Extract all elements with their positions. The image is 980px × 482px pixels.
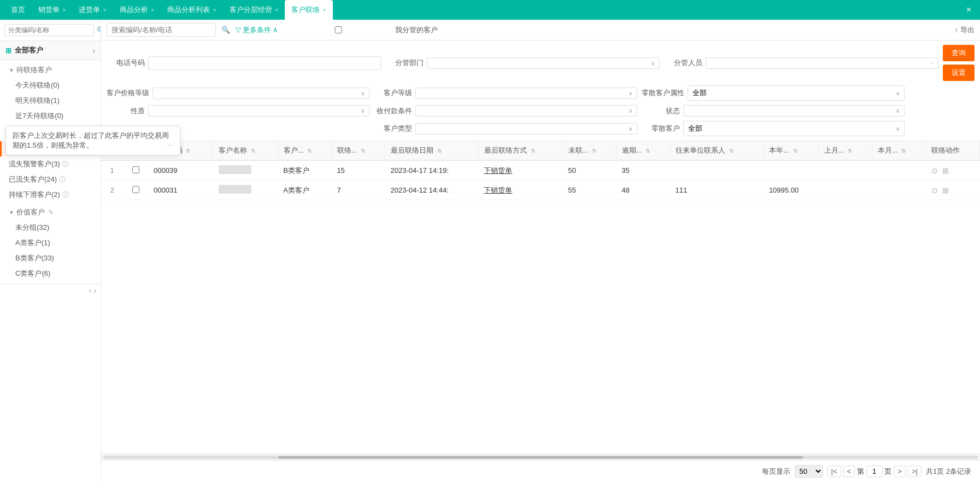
horizontal-scrollbar[interactable] <box>101 454 980 460</box>
cell-last-month <box>818 181 872 200</box>
sidebar-nav-right[interactable]: › <box>93 286 96 295</box>
value-customers-group: ▼ 价值客户 ✎ 未分组(32) A类客户(1) B类客户(33) C类客户(6… <box>0 202 101 283</box>
customer-type-select[interactable]: ∨ <box>415 123 637 135</box>
sidebar-item-unclassified[interactable]: 未分组(32) <box>0 220 101 235</box>
sidebar-item-today[interactable]: 今天待联络(0) <box>0 78 101 93</box>
action-link-icon[interactable]: ⊙ <box>931 166 938 175</box>
nav-customer-segments-close[interactable]: × <box>275 7 278 13</box>
sidebar-item-churned[interactable]: 已流失客户(24) ⓘ <box>0 172 101 187</box>
phone-input[interactable] <box>148 56 381 70</box>
retail-attr-select[interactable]: 全部 ∨ <box>688 85 905 101</box>
page-number-input[interactable] <box>866 466 883 477</box>
sidebar-item-class-c[interactable]: C类客户(6) <box>0 266 101 281</box>
sidebar-item-class-b[interactable]: B类客户(33) <box>0 251 101 266</box>
nav-product-analysis-close[interactable]: × <box>151 7 154 13</box>
sidebar-item-tomorrow[interactable]: 明天待联络(1) <box>0 93 101 108</box>
status-select[interactable]: ∨ <box>683 105 905 117</box>
gender-select[interactable]: ∨ <box>148 105 369 117</box>
cell-last-contact-method[interactable]: 下销货单 <box>478 181 562 200</box>
all-customers-header[interactable]: ⊞ 全部客户 › <box>0 41 101 60</box>
col-contact[interactable]: 联络... ⇅ <box>331 141 385 160</box>
window-close-button[interactable]: × <box>962 5 976 15</box>
nav-sales-order-close[interactable]: × <box>62 7 66 13</box>
price-level-select[interactable]: ∨ <box>152 88 369 99</box>
col-this-month[interactable]: 本月... ⇅ <box>872 141 926 160</box>
customer-level-select[interactable]: ∨ <box>415 88 637 99</box>
manager-select[interactable]: ··· <box>706 57 938 69</box>
cell-checkbox[interactable] <box>123 181 148 200</box>
edit-icon[interactable]: ✎ <box>48 208 54 216</box>
chevron-down-icon: ∨ <box>651 60 655 66</box>
cell-code: 000031 <box>148 181 213 200</box>
per-page-select[interactable]: 50 100 <box>795 465 823 478</box>
sidebar-item-7days[interactable]: 近7天待联络(0) <box>0 108 101 124</box>
col-not-contact[interactable]: 未联... ⇅ <box>562 141 616 160</box>
my-customers-check[interactable] <box>284 26 393 33</box>
nav-purchase-order-close[interactable]: × <box>103 7 106 13</box>
sidebar-item-class-a[interactable]: A类客户(1) <box>0 235 101 251</box>
table-row: 1 000039 B类客户 15 2023-04-17 14:19: 下销货单 … <box>101 160 980 181</box>
retail-customer-select[interactable]: 全部 ∨ <box>683 121 905 136</box>
next-page-button[interactable]: > <box>894 466 906 477</box>
nav-purchase-order[interactable]: 进货单 × <box>72 0 113 20</box>
settings-button[interactable]: 设置 <box>943 65 975 81</box>
cell-last-contact-method[interactable]: 下销货单 <box>478 160 562 181</box>
export-button[interactable]: ↑ 导出 <box>955 25 975 35</box>
col-last-month[interactable]: 上月... ⇅ <box>818 141 872 160</box>
table-row: 2 000031 A类客户 7 2023-04-12 14:44: 下销货单 5… <box>101 181 980 200</box>
search-input[interactable] <box>107 23 216 37</box>
table-header-row: ⚙ 客户编码 ⇅ 客户名称 ⇅ <box>101 141 980 160</box>
filter-customer-level: 客户等级 ∨ <box>374 88 637 99</box>
col-last-contact-date[interactable]: 最后联络日期 ⇅ <box>385 141 478 160</box>
cell-index: 1 <box>101 160 123 181</box>
nav-home[interactable]: 首页 <box>4 0 32 20</box>
action-more-icon[interactable]: ⊞ <box>942 166 949 175</box>
sort-icon-contacts: ⇅ <box>729 148 733 154</box>
more-filters-button[interactable]: ▽ 更多条件 ∧ <box>236 25 278 35</box>
collapse-icon[interactable]: › <box>93 47 95 55</box>
chevron-down-icon-6: ∨ <box>361 108 365 114</box>
export-icon: ↑ <box>955 26 959 34</box>
nav-product-analysis[interactable]: 商品分析 × <box>113 0 161 20</box>
scrollbar-track[interactable] <box>103 456 978 459</box>
sort-icon-last-date: ⇅ <box>437 148 442 154</box>
chevron-down-icon-2: ··· <box>929 60 934 66</box>
dept-select[interactable]: ∨ <box>427 57 660 69</box>
value-customers-header[interactable]: ▼ 价值客户 ✎ <box>0 205 101 220</box>
nav-customer-contact-close[interactable]: × <box>322 7 326 13</box>
chevron-down-icon-8: ∨ <box>896 108 900 114</box>
scrollbar-thumb[interactable] <box>278 456 803 459</box>
my-customers-checkbox[interactable]: 我分管的客户 <box>284 25 438 35</box>
sidebar-nav-left[interactable]: ‹ <box>89 286 92 295</box>
sidebar-search-icon[interactable]: 🔍 <box>97 26 101 34</box>
col-contacts[interactable]: 往来单位联系人 ⇅ <box>670 141 763 160</box>
col-overdue[interactable]: 逾期... ⇅ <box>616 141 670 160</box>
col-category[interactable]: 客户... ⇅ <box>278 141 331 160</box>
col-this-year[interactable]: 本年... ⇅ <box>764 141 819 160</box>
pending-contact-header[interactable]: ▼ 待联络客户 <box>0 62 101 78</box>
filter-retail-customer: 零散客户 全部 ∨ <box>642 121 905 136</box>
payment-select[interactable]: ∨ <box>415 105 637 117</box>
search-button[interactable]: 🔍 <box>221 26 230 34</box>
col-last-contact-method[interactable]: 最后联络方式 ⇅ <box>478 141 562 160</box>
content-area: 🔍 ▽ 更多条件 ∧ 我分管的客户 ↑ 导出 电话号码 <box>101 20 980 482</box>
action-buttons: 查询 设置 <box>943 45 975 81</box>
nav-customer-contact[interactable]: 客户联络 × <box>285 0 332 20</box>
sidebar-item-churn-warning[interactable]: 流失预警客户(3) ⓘ <box>0 156 101 172</box>
cell-checkbox[interactable] <box>123 160 148 181</box>
nav-product-analysis-list-close[interactable]: × <box>213 7 216 13</box>
nav-customer-segments[interactable]: 客户分层经营 × <box>223 0 285 20</box>
action-more-icon[interactable]: ⊞ <box>942 186 949 195</box>
first-page-button[interactable]: |< <box>828 466 841 477</box>
tooltip-more[interactable]: ··· <box>167 141 173 149</box>
nav-sales-order[interactable]: 销货单 × <box>32 0 72 20</box>
last-page-button[interactable]: >| <box>908 466 922 477</box>
nav-product-analysis-list[interactable]: 商品分析列表 × <box>161 0 222 20</box>
action-link-icon[interactable]: ⊙ <box>931 186 938 195</box>
query-button[interactable]: 查询 <box>943 45 975 61</box>
sidebar-search-input[interactable] <box>4 24 94 36</box>
col-name[interactable]: 客户名称 ⇅ <box>213 141 278 160</box>
filter-customer-type: 客户类型 ∨ <box>374 123 637 135</box>
sidebar-item-declining[interactable]: 持续下滑客户(2) ⓘ <box>0 187 101 202</box>
prev-page-button[interactable]: < <box>843 466 855 477</box>
